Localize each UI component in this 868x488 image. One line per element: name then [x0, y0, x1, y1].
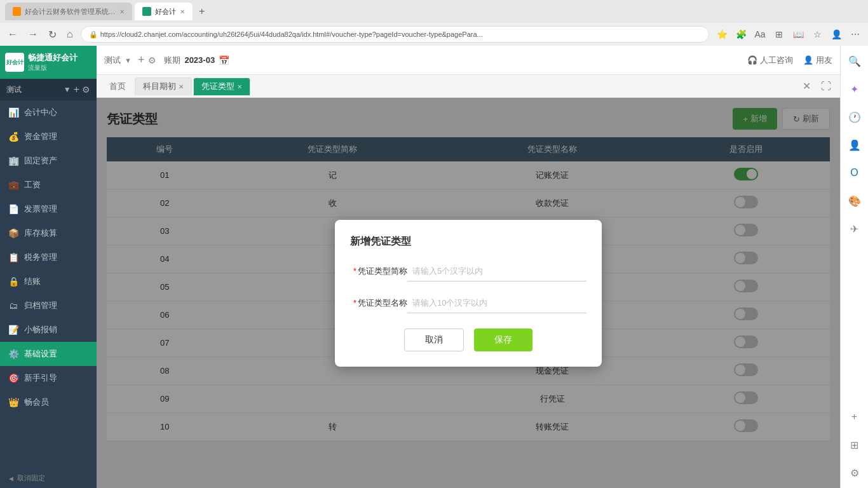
settings-icon[interactable]: ⚙ [82, 85, 90, 95]
sidebar-item-tax[interactable]: 📋 税务管理 [0, 245, 97, 269]
name-label: *凭证类型名称 [350, 297, 407, 309]
dropdown-arrow-icon[interactable]: ▼ [125, 57, 132, 64]
archive-label: 归档管理 [24, 300, 57, 311]
top-bar: 测试 ▼ + ⚙ 账期 2023-03 📅 🎧 人工咨询 👤 用友 [97, 46, 840, 75]
dropdown-icon[interactable]: ▼ [64, 85, 71, 94]
settings-cog-icon[interactable]: ⚙ [148, 55, 156, 65]
right-history-btn[interactable]: 🕐 [844, 107, 865, 127]
period-value: 2023-03 [184, 55, 215, 65]
right-color-btn[interactable]: 🎨 [844, 191, 865, 211]
user-label: 用友 [816, 55, 832, 66]
address-input[interactable]: 🔒 https://cloud2.chanjet.com/accounting/… [81, 26, 709, 43]
consult-button[interactable]: 🎧 人工咨询 [747, 55, 793, 66]
browser-action-favorites[interactable]: ⭐ [714, 27, 729, 42]
name-input[interactable] [407, 293, 587, 313]
save-button[interactable]: 保存 [474, 329, 532, 351]
checkout-label: 结账 [24, 276, 41, 287]
funds-icon: 💰 [8, 131, 19, 142]
right-gear-btn[interactable]: ⚙ [844, 463, 865, 483]
nav-back-button[interactable]: ← [5, 26, 20, 43]
right-star-btn[interactable]: ✦ [844, 79, 865, 99]
tab-voucher-type[interactable]: 凭证类型 ✕ [193, 78, 250, 95]
tab1-close[interactable]: ✕ [119, 8, 125, 15]
consult-label: 人工咨询 [760, 55, 793, 66]
sidebar-actions: ▼ + ⚙ [64, 84, 90, 95]
member-icon: 👑 [8, 396, 19, 408]
tab-panel-expand-btn[interactable]: ⛶ [817, 79, 835, 93]
sidebar-item-invoice[interactable]: 📄 发票管理 [0, 197, 97, 221]
cancel-button[interactable]: 取消 [404, 329, 464, 351]
nav-home-button[interactable]: ⌂ [64, 26, 76, 43]
new-tab-button[interactable]: + [195, 6, 208, 17]
nav-forward-button[interactable]: → [25, 26, 41, 43]
right-table-btn[interactable]: ⊞ [844, 435, 865, 455]
member-label: 畅会员 [24, 396, 49, 408]
right-more-btn[interactable]: + [844, 407, 865, 427]
browser-chrome: 好会计云财务软件管理系统_会计 ✕ 好会计 ✕ + ← → ↻ ⌂ 🔒 http… [0, 0, 868, 46]
footer-label: 取消固定 [17, 473, 45, 483]
tab-home[interactable]: 首页 [102, 78, 133, 95]
browser-tab-1[interactable]: 好会计云财务软件管理系统_会计 ✕ [5, 3, 132, 20]
modal-overlay: 新增凭证类型 *凭证类型简称 *凭证类型名称 取消 [97, 98, 840, 488]
settings-label: 基础设置 [24, 348, 57, 360]
browser-action-translate[interactable]: Aa [752, 27, 768, 42]
tab2-label: 好会计 [155, 7, 176, 17]
modal-title: 新增凭证类型 [350, 235, 587, 248]
user-button[interactable]: 👤 用友 [803, 55, 832, 66]
abbr-required-mark: * [353, 266, 356, 276]
page-tabs: 首页 科目期初 ✕ 凭证类型 ✕ ✕ ⛶ [97, 75, 840, 98]
sidebar-item-checkout[interactable]: 🔒 结账 [0, 269, 97, 294]
sidebar-item-inventory[interactable]: 📦 库存核算 [0, 221, 97, 245]
browser-action-split[interactable]: ⊞ [771, 27, 787, 42]
browser-action-profile[interactable]: 👤 [829, 27, 844, 42]
sidebar-nav: 📊 会计中心 💰 资金管理 🏢 固定资产 💼 工资 📄 发票管理 📦 库 [0, 100, 97, 468]
browser-action-reading[interactable]: 📖 [790, 27, 806, 42]
period-display: 账期 2023-03 📅 [164, 55, 229, 66]
sidebar-item-archive[interactable]: 🗂 归档管理 [0, 294, 97, 318]
main-content: 测试 ▼ + ⚙ 账期 2023-03 📅 🎧 人工咨询 👤 用友 [97, 46, 840, 488]
subjects-tab-close[interactable]: ✕ [179, 83, 184, 90]
browser-tab-2[interactable]: 好会计 ✕ [135, 3, 193, 20]
add-company-icon[interactable]: + [138, 53, 145, 67]
sidebar-company[interactable]: 测试 ▼ + ⚙ [0, 79, 97, 100]
company-name: 测试 [6, 85, 22, 95]
browser-action-extensions[interactable]: 🧩 [733, 27, 749, 42]
sidebar-item-report[interactable]: 📝 小畅报销 [0, 318, 97, 342]
sidebar: 好会计 畅捷通好会计 流量版 测试 ▼ + ⚙ 📊 会计中心 💰 资金管理 [0, 46, 97, 488]
tax-icon: 📋 [8, 252, 19, 263]
browser-action-collections[interactable]: ☆ [810, 27, 825, 42]
sidebar-item-settings[interactable]: ⚙️ 基础设置 [0, 342, 97, 366]
sidebar-header[interactable]: 好会计 畅捷通好会计 流量版 [0, 46, 97, 79]
invoice-icon: 📄 [8, 203, 19, 215]
account-period: 测试 ▼ + ⚙ [104, 53, 156, 67]
sidebar-item-dashboard[interactable]: 📊 会计中心 [0, 100, 97, 125]
sidebar-item-member[interactable]: 👑 畅会员 [0, 390, 97, 414]
right-arrow-btn[interactable]: ✈ [844, 219, 865, 239]
voucher-tab-close[interactable]: ✕ [237, 83, 242, 90]
pin-icon: ◄ [8, 475, 15, 482]
right-search-btn[interactable]: 🔍 [844, 51, 865, 71]
top-bar-right: 🎧 人工咨询 👤 用友 [747, 55, 832, 66]
sidebar-item-salary[interactable]: 💼 工资 [0, 173, 97, 197]
sidebar-item-assets[interactable]: 🏢 固定资产 [0, 149, 97, 173]
calendar-icon[interactable]: 📅 [219, 55, 229, 65]
right-user-btn[interactable]: 👤 [844, 135, 865, 155]
tab-bar: 好会计云财务软件管理系统_会计 ✕ 好会计 ✕ + [0, 0, 868, 23]
browser-actions: ⭐ 🧩 Aa ⊞ 📖 ☆ 👤 ⋯ [714, 27, 863, 42]
inventory-label: 库存核算 [24, 227, 57, 239]
tab-panel-close-btn[interactable]: ✕ [799, 79, 815, 93]
sidebar-item-funds[interactable]: 💰 资金管理 [0, 125, 97, 149]
salary-icon: 💼 [8, 179, 19, 191]
browser-action-menu[interactable]: ⋯ [848, 27, 863, 42]
nav-refresh-button[interactable]: ↻ [46, 26, 59, 43]
sidebar-item-guide[interactable]: 🎯 新手引导 [0, 366, 97, 390]
tax-label: 税务管理 [24, 252, 57, 263]
invoice-label: 发票管理 [24, 203, 57, 215]
salary-label: 工资 [24, 179, 41, 191]
right-outlook-btn[interactable]: O [844, 163, 865, 183]
abbr-input[interactable] [407, 261, 587, 281]
add-icon[interactable]: + [74, 84, 79, 95]
sidebar-footer[interactable]: ◄ 取消固定 [0, 468, 97, 488]
tab-subjects[interactable]: 科目期初 ✕ [135, 78, 192, 95]
tab2-close[interactable]: ✕ [180, 8, 185, 15]
